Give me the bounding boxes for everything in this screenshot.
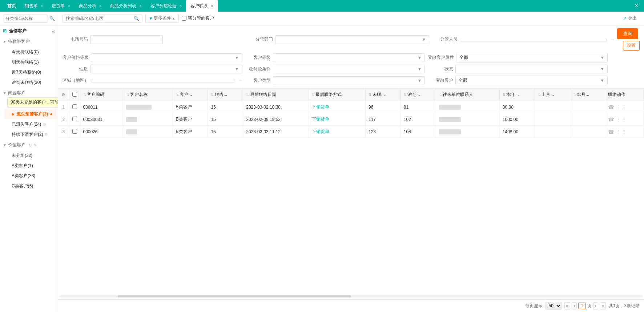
sidebar-item-today-pending[interactable]: 今天待联络(0) [4,47,56,57]
table-row: 3 000026 B类客户 15 2023-02-03 11:12: [58,126,644,138]
nav-tab-analysis-list[interactable]: 商品分析列表 × [106,0,146,12]
prev-page-button[interactable]: ‹ [572,302,577,309]
nav-tab-sales[interactable]: 销售单 × [20,0,47,12]
price-grade-select[interactable]: ▼ [91,53,242,62]
row-3-last-method[interactable]: 下销货单 [309,126,365,138]
dept-arrow-icon: ▼ [422,37,426,42]
nav-tab-customer-tier[interactable]: 客户分层经营 × [146,0,186,12]
manager-dots-icon[interactable]: ··· [611,37,614,42]
status-select[interactable]: ▼ [455,65,608,73]
sidebar-search-input[interactable] [3,15,48,23]
my-customer-checkbox-wrap[interactable]: 我分管的客户 [182,15,214,21]
table-header-last-month[interactable]: ⇅ 上月... [535,89,570,101]
table-header-code[interactable]: ⇅ 客户编码 [80,89,123,101]
table-header-uncontacted[interactable]: ⇅ 未联... [365,89,401,101]
sidebar-item-declining[interactable]: 持续下滑客户(2) ⊕ [4,130,56,139]
table-header-last-method[interactable]: ⇅ 最后联络方式 [309,89,365,101]
row-1-contact: 15 [208,101,243,113]
sidebar-group-idle[interactable]: ▼ 闲置客户 [0,88,58,98]
region-dots-icon[interactable]: ··· [239,78,242,83]
nav-tab-analysis-close[interactable]: × [99,4,101,8]
row-3-checkbox[interactable] [69,126,80,138]
sidebar-item-7days-pending[interactable]: 近7天待联络(0) [4,68,56,77]
retail-customer-select[interactable]: 全部 ▼ [455,76,608,85]
scrollbar-thumb[interactable] [118,295,351,297]
arrow-down-icon: ▼ [3,40,7,44]
dept-select[interactable]: ▼ [275,35,430,44]
row-2-more-icon[interactable]: ⋮⋮ [616,117,627,122]
phone-input[interactable] [90,35,163,44]
table-header-this-year[interactable]: ⇅ 本年... [499,89,535,101]
nav-tab-sales-close[interactable]: × [41,4,43,8]
horizontal-scrollbar[interactable] [58,293,644,299]
sidebar-item-class-a[interactable]: A类客户(1) [4,161,56,171]
sidebar-item-ungroup[interactable]: 未分组(32) [4,151,56,161]
search-button[interactable]: 🔍 [134,16,139,21]
row-2-last-method[interactable]: 下销货单 [309,113,365,126]
sidebar-collapse-icon[interactable]: « [52,28,55,34]
customer-table: ⚙ ⇅ 客户编码 ⇅ 客户名称 [58,89,644,138]
customer-type-arrow-icon: ▼ [417,78,422,83]
row-3-phone-icon[interactable]: ☎ [608,129,614,135]
table-header-name[interactable]: ⇅ 客户名称 [123,89,173,101]
nature-select[interactable]: ▼ [90,65,242,73]
row-3-more-icon[interactable]: ⋮⋮ [616,129,627,135]
nav-tab-analysis-list-close[interactable]: × [139,4,141,8]
row-2-checkbox[interactable] [69,113,80,126]
row-1-checkbox[interactable] [69,101,80,113]
edit-icon[interactable]: ✎ [33,143,37,148]
row-1-last-method[interactable]: 下销货单 [309,101,365,113]
table-settings-header[interactable]: ⚙ [58,89,69,101]
sidebar-all-customers[interactable]: ⊞ 全部客户 « [0,26,58,36]
table-header-overdue[interactable]: ⇅ 逾期... [401,89,436,101]
row-1-phone-icon[interactable]: ☎ [608,104,614,110]
sidebar-item-class-c[interactable]: C类客户(6) [4,181,56,191]
manager-select[interactable] [460,38,607,41]
table-header-contact[interactable]: ⇅ 联络... [208,89,243,101]
query-button[interactable]: 查询 [617,28,638,39]
nav-tab-analysis[interactable]: 商品分析 × [75,0,106,12]
row-2-phone-icon[interactable]: ☎ [608,117,614,122]
export-button[interactable]: ↗ 导出 [620,14,640,23]
status-arrow-icon: ▼ [600,66,604,72]
settings-button[interactable]: 设置 [623,41,640,50]
refresh-icon[interactable]: ↻ [28,143,32,148]
table-header-this-month[interactable]: ⇅ 本月... [570,89,605,101]
sidebar-group-pending[interactable]: ▼ 待联络客户 [0,36,58,47]
sidebar-item-churn-warning[interactable]: 流失预警客户(3) ● [4,109,56,119]
sidebar-item-tomorrow-pending[interactable]: 明天待联络(1) [4,57,56,67]
more-conditions-button[interactable]: ▼ 更多条件 ▲ [145,14,179,23]
last-page-button[interactable]: » [600,302,606,309]
first-page-button[interactable]: « [564,302,571,309]
sidebar-item-overdue-pending[interactable]: 逾期未联络(30) [4,78,56,88]
retail-attr-select[interactable]: 全部 ▼ [456,53,608,62]
sort-icon-6: ⇅ [312,93,316,97]
next-page-button[interactable]: › [593,302,598,309]
row-2-last-date: 2023-02-09 19:52: [243,113,309,126]
search-input[interactable] [66,16,132,21]
customer-grade-select[interactable]: ▼ [273,53,425,62]
select-all-checkbox[interactable] [72,92,77,97]
region-select[interactable] [91,79,235,82]
nav-tab-purchase-close[interactable]: × [68,4,70,8]
table-header-last-date[interactable]: ⇅ 最后联络日期 [243,89,309,101]
my-customer-checkbox[interactable] [182,16,186,21]
page-size-select[interactable]: 50 [546,302,562,310]
sidebar-group-value[interactable]: ▼ 价值客户 ↻ ✎ [0,140,58,150]
window-close-button[interactable]: × [632,3,641,9]
row-3-last-date: 2023-02-03 11:12: [243,126,309,138]
table-header-contact2[interactable]: ⇅ 往来单位联系人 [436,89,499,101]
payment-select[interactable]: ▼ [273,65,425,73]
row-1-more-icon[interactable]: ⋮⋮ [616,104,627,110]
nav-tab-customer-tier-close[interactable]: × [180,4,182,8]
nav-tab-home[interactable]: 首页 [3,0,20,12]
sidebar-item-class-b[interactable]: B类客户(33) [4,171,56,181]
sidebar-item-lost[interactable]: 已流失客户(24) ⊕ [4,119,56,129]
nav-tab-customer-contact[interactable]: 客户联系 × [186,0,217,12]
sidebar-search-icon[interactable]: 🔍 [49,16,55,21]
nav-tab-customer-contact-close[interactable]: × [211,4,213,8]
nav-tab-purchase[interactable]: 进货单 × [47,0,74,12]
sort-icon: ⇅ [83,93,87,97]
table-header-type[interactable]: ⇅ 客户... [173,89,208,101]
customer-type-select[interactable]: ▼ [273,76,425,85]
